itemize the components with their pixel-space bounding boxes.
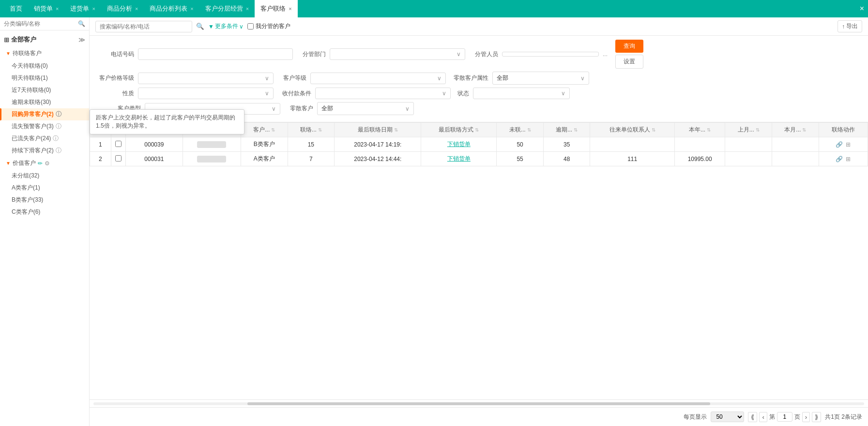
sidebar-item-7days[interactable]: 近7天待联络(0) [0,84,89,96]
col-header-this-year[interactable]: 本年... ⇅ [674,123,725,137]
col-header-contact-count[interactable]: 联络... ⇅ [288,123,335,137]
close-icon[interactable]: × [56,6,59,12]
sidebar-item-churn-warning[interactable]: 流失预警客户(3) ⓘ [0,120,89,132]
filter-bar: 🔍 ▼ 更多条件 ∨ 我分管的客户 ↑ 导出 [90,17,868,36]
filter-search-input[interactable] [95,21,192,32]
close-all-button[interactable]: × [860,4,864,13]
export-icon: ↑ [842,23,845,30]
payment-cond-select[interactable]: ∨ [315,88,451,99]
nav-customer-contact[interactable]: 客户联络 × [255,0,297,17]
close-icon[interactable]: × [190,6,193,12]
prev-page-button[interactable]: ‹ [759,412,767,422]
chevron-down-icon: ∨ [265,90,269,97]
col-header-contacts[interactable]: 往来单位联系人 ⇅ [590,123,674,137]
row2-contacts: 111 [590,152,674,166]
row1-this-month [772,137,819,152]
next-page-button[interactable]: › [802,412,810,422]
nav-analysis[interactable]: 商品分析 × [101,0,144,17]
phone-input[interactable] [138,48,293,60]
close-icon[interactable]: × [246,6,249,12]
query-button[interactable]: 查询 [615,40,643,53]
retail-customer-select[interactable]: 全部 ∨ [317,102,414,115]
sidebar-search-input[interactable] [4,20,78,27]
edit-icon[interactable]: ✏ [38,160,43,167]
sidebar-item-churned[interactable]: 已流失客户(24) ⓘ [0,132,89,145]
page-label: 第 [769,413,775,421]
close-icon[interactable]: × [289,6,291,12]
row2-actions: 🔗 ⊞ [819,152,868,166]
filter-search-button[interactable]: 🔍 [196,23,204,30]
my-customers-checkbox[interactable] [247,23,254,29]
nav-analysis-list[interactable]: 商品分析列表 × [144,0,199,17]
export-button[interactable]: ↑ 导出 [838,20,862,32]
info-icon: ⓘ [56,147,61,155]
status-select[interactable]: ∨ [473,88,570,99]
sidebar-item-c-class[interactable]: C类客户(6) [0,206,89,218]
sidebar-item-declining[interactable]: 持续下滑客户(2) ⓘ [0,145,89,157]
settings-icon[interactable]: ⚙ [45,160,50,167]
action-grid-icon[interactable]: ⊞ [846,141,851,148]
row1-contacts [590,137,674,152]
more-dots[interactable]: ... [603,51,608,58]
row2-index: 2 [90,152,111,166]
row1-checkbox-cell[interactable] [111,137,125,152]
col-header-last-month[interactable]: 上月... ⇅ [725,123,772,137]
col-header-last-contact-method[interactable]: 最后联络方式 ⇅ [421,123,497,137]
sidebar-item-tomorrow[interactable]: 明天待联络(1) [0,72,89,84]
sidebar-group-value[interactable]: ▼ 价值客户 ✏ ⚙ [0,157,89,170]
nature-select[interactable]: ∨ [138,88,274,99]
per-page-select[interactable]: 50 100 200 [711,411,744,422]
sidebar-group-pending[interactable]: ▼ 待联络客户 [0,47,89,60]
row1-actions: 🔗 ⊞ [819,137,868,152]
table-row: 1 000039 B类客户 15 2023-04-17 14:19: 下销货单 [90,137,868,152]
sort-icon: ⇅ [271,127,275,132]
row1-last-contact-method[interactable]: 下销货单 [421,137,497,152]
close-icon[interactable]: × [92,6,95,12]
close-icon[interactable]: × [135,6,138,12]
nav-home[interactable]: 首页 [4,0,28,17]
setting-button[interactable]: 设置 [615,55,643,69]
action-link-icon[interactable]: 🔗 [836,156,843,162]
row-checkbox[interactable] [115,141,122,147]
row-checkbox[interactable] [115,155,122,162]
last-page-button[interactable]: ⟫ [812,412,821,422]
table-row: 2 000031 A类客户 7 2023-04-12 14:44: 下销货单 [90,152,868,166]
manager-select[interactable] [502,52,599,57]
price-grade-select[interactable]: ∨ [138,73,274,84]
nav-sales[interactable]: 销货单 × [28,0,64,17]
all-customers-title[interactable]: ⊞ 全部客户 ≫ [0,32,89,47]
my-customers-checkbox-area: 我分管的客户 [247,22,290,30]
dept-select[interactable]: ∨ [330,48,465,60]
scrollbar-thumb[interactable] [247,402,710,405]
row2-checkbox-cell[interactable] [111,152,125,166]
manager-label: 分管人员 [469,50,498,59]
col-header-this-month[interactable]: 本月... ⇅ [772,123,819,137]
chevron-down-icon: ∨ [272,105,276,112]
nav-purchase[interactable]: 进货单 × [64,0,101,17]
row2-name [183,152,241,166]
sidebar-search-icon[interactable]: 🔍 [78,20,85,27]
filter-more-conditions[interactable]: ▼ 更多条件 ∨ [208,22,244,30]
col-header-type[interactable]: 客户... ⇅ [241,123,288,137]
nav-customer-layer[interactable]: 客户分层经营 × [199,0,255,17]
sidebar-item-a-class[interactable]: A类客户(1) [0,182,89,194]
sidebar-item-repurchase-abnormal[interactable]: 回购异常客户(2) ⓘ [0,108,89,120]
sort-icon: ⇅ [652,127,655,132]
customer-grade-select[interactable]: ∨ [310,73,446,84]
sidebar-item-overdue[interactable]: 逾期未联络(30) [0,96,89,108]
chevron-down-icon: ∨ [239,23,244,30]
sidebar-item-ungroup[interactable]: 未分组(32) [0,170,89,182]
sidebar-item-today[interactable]: 今天待联络(0) [0,60,89,72]
action-link-icon[interactable]: 🔗 [836,141,843,148]
first-page-button[interactable]: ⟪ [748,412,757,422]
col-header-overdue[interactable]: 逾期... ⇅ [543,123,590,137]
page-input[interactable] [777,412,792,422]
retail-attr-select[interactable]: 全部 ∨ [492,72,589,85]
col-header-uncontacted[interactable]: 未联... ⇅ [497,123,544,137]
row2-last-contact-method[interactable]: 下销货单 [421,152,497,166]
collapse-icon[interactable]: ≫ [78,36,85,44]
action-grid-icon[interactable]: ⊞ [846,156,851,162]
horizontal-scrollbar[interactable] [90,399,868,407]
col-header-last-contact-date[interactable]: 最后联络日期 ⇅ [335,123,421,137]
sidebar-item-b-class[interactable]: B类客户(33) [0,194,89,206]
